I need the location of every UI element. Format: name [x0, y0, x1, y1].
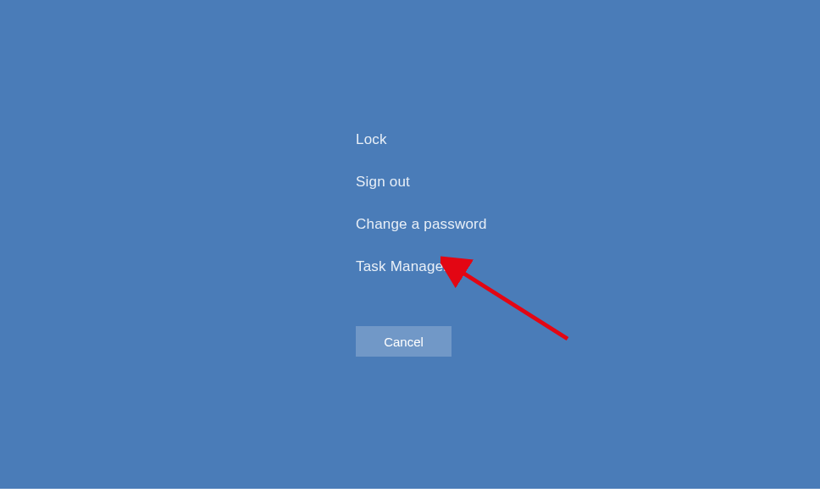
change-password-option[interactable]: Change a password: [356, 216, 487, 233]
cancel-button-label: Cancel: [384, 335, 424, 349]
bottom-strip: [0, 489, 820, 504]
task-manager-option[interactable]: Task Manager: [356, 258, 487, 275]
cancel-button[interactable]: Cancel: [356, 326, 452, 357]
sign-out-option[interactable]: Sign out: [356, 174, 487, 191]
menu-item-label: Sign out: [356, 174, 410, 190]
security-options-menu: Lock Sign out Change a password Task Man…: [356, 131, 487, 357]
menu-item-label: Lock: [356, 131, 387, 147]
lock-option[interactable]: Lock: [356, 131, 487, 148]
menu-item-label: Change a password: [356, 216, 487, 232]
menu-item-label: Task Manager: [356, 258, 448, 274]
